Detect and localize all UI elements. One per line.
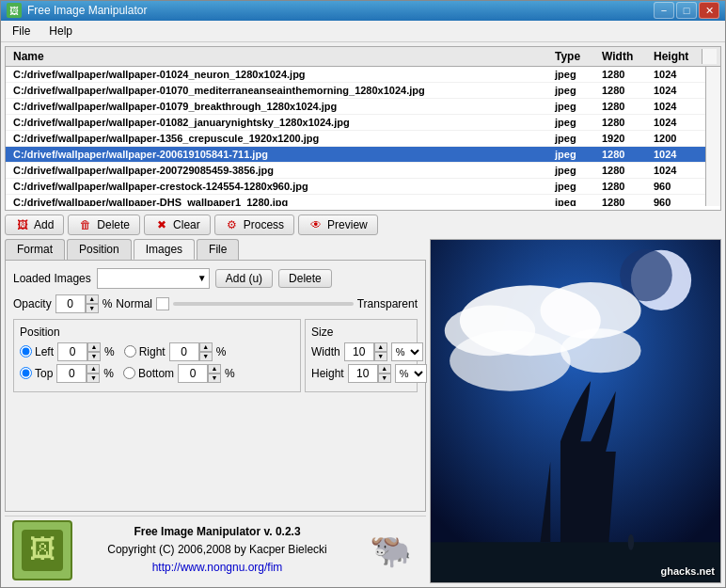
tab-format[interactable]: Format xyxy=(5,239,65,260)
row-type: jpeg xyxy=(551,68,598,81)
table-row[interactable]: C:/drivef/wallpaper/wallpaper-crestock-1… xyxy=(6,179,705,195)
window-controls: − □ ✕ xyxy=(654,2,719,19)
row-height: 1200 xyxy=(650,132,702,145)
right-unit: % xyxy=(216,345,227,358)
gnu-mascot-icon: 🐃 xyxy=(362,520,418,580)
bottom-radio[interactable] xyxy=(123,367,135,379)
opacity-spin-up[interactable]: ▲ xyxy=(86,294,99,304)
website-link[interactable]: http://www.nongnu.org/fim xyxy=(80,559,355,577)
add-u-button[interactable]: Add (u) xyxy=(215,269,273,288)
top-spin-down[interactable]: ▼ xyxy=(87,373,100,383)
bottom-spinner: ▲ ▼ xyxy=(178,364,221,383)
right-radio[interactable] xyxy=(124,345,136,358)
left-radio-label: Left xyxy=(20,345,54,358)
left-spinner: ▲ ▼ xyxy=(57,342,101,361)
height-unit-select[interactable]: % px xyxy=(395,364,427,383)
table-row[interactable]: C:/drivef/wallpaper/wallpaper-DHS_wallpa… xyxy=(6,195,705,206)
row-height: 1024 xyxy=(650,100,702,113)
left-unit: % xyxy=(104,345,115,358)
close-button[interactable]: ✕ xyxy=(699,2,719,19)
bottom-spin-up[interactable]: ▲ xyxy=(208,364,221,373)
right-spin-down[interactable]: ▼ xyxy=(199,352,213,361)
opacity-mode: Normal xyxy=(116,297,152,310)
table-row[interactable]: C:/drivef/wallpaper/wallpaper-1356_crepu… xyxy=(6,131,705,147)
opacity-input[interactable] xyxy=(55,294,86,313)
main-window: 🖼 Free Image Manipulator − □ ✕ File Help… xyxy=(0,0,726,588)
row-name: C:/drivef/wallpaper/wallpaper-01070_medi… xyxy=(9,84,551,97)
height-input[interactable] xyxy=(348,364,378,383)
bottom-unit: % xyxy=(225,367,235,380)
tab-file[interactable]: File xyxy=(197,239,239,260)
tab-position[interactable]: Position xyxy=(67,239,132,260)
preview-panel: ghacks.net xyxy=(430,239,721,583)
opacity-label: Opacity xyxy=(13,297,52,310)
minimize-button[interactable]: − xyxy=(654,2,674,19)
width-spin-down[interactable]: ▼ xyxy=(374,352,387,361)
top-spin-buttons: ▲ ▼ xyxy=(87,364,100,383)
left-spin-up[interactable]: ▲ xyxy=(87,342,101,352)
opacity-slider[interactable] xyxy=(173,302,354,306)
table-row[interactable]: C:/drivef/wallpaper/wallpaper-01070_medi… xyxy=(6,83,705,99)
row-width: 1280 xyxy=(598,100,650,113)
row-height: 960 xyxy=(650,196,702,206)
left-input[interactable] xyxy=(57,342,87,361)
table-row[interactable]: C:/drivef/wallpaper/wallpaper-01024_neur… xyxy=(6,67,705,83)
maximize-button[interactable]: □ xyxy=(676,2,697,19)
table-row[interactable]: C:/drivef/wallpaper/wallpaper-01082_janu… xyxy=(6,115,705,131)
row-type: jpeg xyxy=(551,180,598,193)
scrollbar-placeholder xyxy=(702,49,717,64)
loaded-images-select-container: ▼ xyxy=(97,268,210,289)
tab-images[interactable]: Images xyxy=(134,239,195,260)
right-spinner: ▲ ▼ xyxy=(169,342,213,361)
preview-button[interactable]: 👁 Preview xyxy=(298,215,378,235)
table-row[interactable]: C:/drivef/wallpaper/wallpaper-2006191058… xyxy=(6,147,705,163)
top-input[interactable] xyxy=(56,364,87,383)
top-radio[interactable] xyxy=(20,367,32,379)
tab-bar: Format Position Images File xyxy=(5,239,426,260)
right-spin-up[interactable]: ▲ xyxy=(199,342,213,352)
left-spin-down[interactable]: ▼ xyxy=(87,352,101,361)
width-spinner: ▲ ▼ xyxy=(344,342,387,361)
width-input[interactable] xyxy=(344,342,374,361)
table-row[interactable]: C:/drivef/wallpaper/wallpaper-01079_brea… xyxy=(6,99,705,115)
size-group: Size Width ▲ ▼ xyxy=(305,319,418,392)
bottom-area: Format Position Images File Loaded Image… xyxy=(5,239,721,583)
bottom-spin-down[interactable]: ▼ xyxy=(208,373,221,383)
left-radio[interactable] xyxy=(20,345,32,358)
pos-size-container: Position Left ▲ ▼ xyxy=(13,319,418,396)
delete-image-button[interactable]: Delete xyxy=(278,269,332,288)
size-height-label: Height xyxy=(311,367,344,380)
clear-button[interactable]: ✖ Clear xyxy=(144,215,211,235)
opacity-spin-buttons: ▲ ▼ xyxy=(86,294,99,313)
menu-file[interactable]: File xyxy=(5,23,38,40)
add-button[interactable]: 🖼 Add xyxy=(5,215,64,235)
delete-button[interactable]: 🗑 Delete xyxy=(68,215,140,235)
title-bar: 🖼 Free Image Manipulator − □ ✕ xyxy=(1,1,725,21)
process-button[interactable]: ⚙ Process xyxy=(214,215,294,235)
height-spin-up[interactable]: ▲ xyxy=(378,364,391,373)
row-width: 1280 xyxy=(598,180,650,193)
right-input[interactable] xyxy=(169,342,199,361)
row-name: C:/drivef/wallpaper/wallpaper-crestock-1… xyxy=(9,180,551,193)
vertical-scrollbar[interactable] xyxy=(705,67,720,206)
info-bar: 🖼 Free Image Manipulator v. 0.2.3 Copyri… xyxy=(5,516,426,583)
row-type: jpeg xyxy=(551,148,598,161)
top-spin-up[interactable]: ▲ xyxy=(87,364,100,373)
preview-icon: 👁 xyxy=(308,218,324,231)
top-unit: % xyxy=(103,367,114,380)
bottom-input[interactable] xyxy=(178,364,208,383)
file-list-header: Name Type Width Height xyxy=(6,47,720,67)
width-unit-select[interactable]: % px xyxy=(391,342,423,361)
row-height: 1024 xyxy=(650,148,702,161)
height-spin-down[interactable]: ▼ xyxy=(378,373,391,383)
menu-help[interactable]: Help xyxy=(41,23,80,40)
table-row[interactable]: C:/drivef/wallpaper/wallpaper-2007290854… xyxy=(6,163,705,179)
size-title: Size xyxy=(311,326,411,339)
loaded-images-select[interactable]: ▼ xyxy=(97,268,210,289)
opacity-spin-down[interactable]: ▼ xyxy=(86,304,99,313)
left-spin-buttons: ▲ ▼ xyxy=(87,342,101,361)
width-spin-up[interactable]: ▲ xyxy=(374,342,387,352)
preview-svg xyxy=(431,240,720,582)
opacity-checkbox[interactable] xyxy=(156,297,169,310)
loaded-images-row: Loaded Images ▼ Add (u) Delete xyxy=(13,268,418,289)
